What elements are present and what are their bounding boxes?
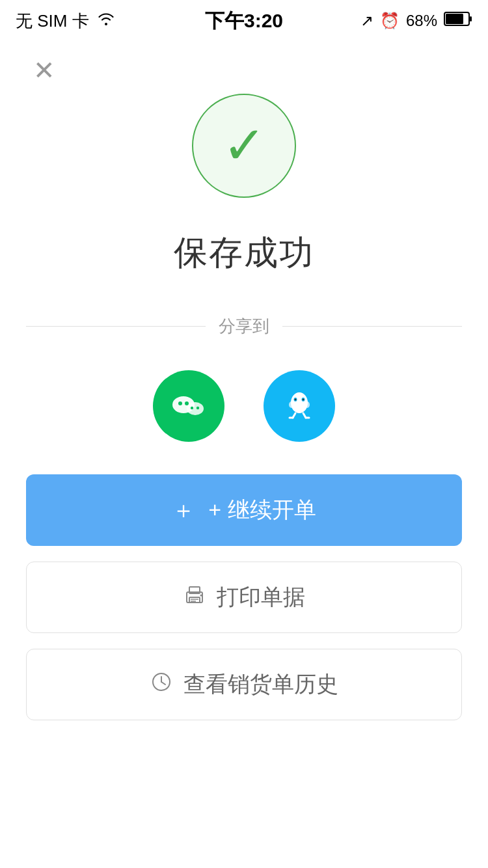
status-bar-time: 下午3:20 bbox=[205, 8, 283, 34]
svg-point-8 bbox=[197, 407, 199, 409]
history-icon bbox=[150, 670, 173, 699]
continue-label: + 继续开单 bbox=[208, 495, 316, 525]
svg-point-4 bbox=[187, 402, 204, 415]
wifi-icon bbox=[96, 11, 116, 31]
svg-line-25 bbox=[161, 682, 165, 685]
success-indicator: ✓ bbox=[192, 94, 296, 198]
svg-point-13 bbox=[303, 399, 305, 401]
battery-percentage: 68% bbox=[406, 12, 437, 30]
plus-icon: ＋ bbox=[172, 495, 195, 526]
share-divider: 分享到 bbox=[26, 315, 462, 338]
svg-rect-1 bbox=[446, 14, 463, 24]
print-button[interactable]: 打印单据 bbox=[26, 562, 462, 633]
share-section: 分享到 bbox=[0, 315, 488, 442]
action-buttons: ＋ + 继续开单 打印单据 bbox=[0, 474, 488, 720]
wechat-share-button[interactable] bbox=[153, 370, 224, 442]
svg-rect-2 bbox=[470, 16, 472, 21]
sim-status: 无 SIM 卡 bbox=[16, 10, 89, 33]
share-label: 分享到 bbox=[219, 315, 269, 338]
qq-icon bbox=[278, 385, 320, 427]
main-content: ✓ 保存成功 分享到 bbox=[0, 42, 488, 720]
status-bar-right: ↗ ⏰ 68% bbox=[360, 12, 472, 30]
svg-point-7 bbox=[191, 407, 193, 409]
close-icon: ✕ bbox=[33, 57, 55, 83]
success-title: 保存成功 bbox=[174, 230, 314, 276]
history-label: 查看销货单历史 bbox=[183, 670, 338, 699]
status-bar-left: 无 SIM 卡 bbox=[16, 10, 116, 33]
close-button[interactable]: ✕ bbox=[26, 52, 62, 88]
alarm-icon: ⏰ bbox=[380, 12, 400, 30]
share-icons bbox=[26, 370, 462, 442]
svg-point-15 bbox=[289, 401, 294, 408]
svg-point-14 bbox=[295, 401, 303, 406]
continue-button[interactable]: ＋ + 继续开单 bbox=[26, 474, 462, 546]
location-icon: ↗ bbox=[360, 12, 373, 30]
svg-point-16 bbox=[305, 401, 310, 408]
history-button[interactable]: 查看销货单历史 bbox=[26, 649, 462, 720]
svg-point-6 bbox=[185, 401, 189, 405]
svg-rect-19 bbox=[189, 597, 200, 603]
wechat-icon bbox=[168, 385, 210, 427]
status-bar: 无 SIM 卡 下午3:20 ↗ ⏰ 68% bbox=[0, 0, 488, 42]
svg-point-20 bbox=[200, 595, 202, 597]
svg-point-5 bbox=[178, 401, 182, 405]
checkmark-icon: ✓ bbox=[223, 120, 266, 172]
qq-share-button[interactable] bbox=[264, 370, 335, 442]
svg-point-12 bbox=[295, 399, 297, 401]
print-icon bbox=[183, 583, 206, 612]
print-label: 打印单据 bbox=[217, 582, 305, 612]
battery-icon bbox=[444, 12, 472, 30]
